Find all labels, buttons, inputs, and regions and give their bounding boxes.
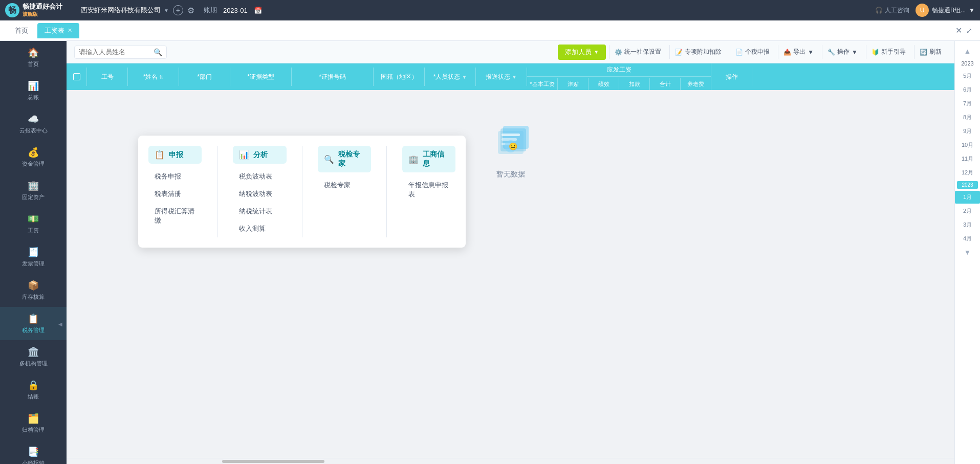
menu-item-income-clear[interactable]: 所得税汇算清缴 <box>148 203 202 229</box>
th-ops-label: 操作 <box>726 73 738 81</box>
menu-item-annual-report[interactable]: 年报信息申报表 <box>402 176 455 203</box>
sidebar-item-cloud[interactable]: ☁️ 云报表中心 <box>0 107 67 141</box>
panel-up-arrow[interactable]: ▲ <box>962 45 973 57</box>
sidebar-item-expense[interactable]: 📑 小畅报销 <box>0 440 67 464</box>
menu-item-tax-burden[interactable]: 税负波动表 <box>233 168 286 185</box>
tab-bar-close-icon[interactable]: ✕ <box>955 26 962 35</box>
add-person-label: 添加人员 <box>565 48 592 57</box>
search-input[interactable] <box>79 48 150 56</box>
help-button[interactable]: 🎧 人工咨询 <box>875 6 909 15</box>
declaration-icon: 📋 <box>155 150 165 160</box>
th-name[interactable]: *姓名 ⇅ <box>128 68 179 86</box>
export-button[interactable]: 📤 导出 ▼ <box>778 45 819 59</box>
svg-rect-4 <box>502 138 517 141</box>
current-year-label: 2023 <box>957 181 978 189</box>
month-10[interactable]: 10月 <box>955 139 980 151</box>
th-pension: 养老费 <box>681 78 711 90</box>
declaration-title: 申报 <box>169 150 183 160</box>
month-12[interactable]: 12月 <box>955 166 980 179</box>
sidebar-item-tax[interactable]: 📋 税务管理 ◀ <box>0 307 67 340</box>
special-icon: 📝 <box>675 49 683 56</box>
month-11[interactable]: 11月 <box>955 152 980 165</box>
tab-payroll[interactable]: 工资表 ✕ <box>37 23 79 38</box>
special-deduction-button[interactable]: 📝 专项附加扣除 <box>669 45 727 59</box>
menu-item-income-forecast[interactable]: 收入测算 <box>233 220 286 237</box>
income-clear-label: 所得税汇算清缴 <box>155 207 194 224</box>
th-status[interactable]: *人员状态 ▼ <box>425 68 476 86</box>
menu-item-tax-check[interactable]: 税检专家 <box>318 176 371 194</box>
sidebar-item-multi-org[interactable]: 🏛️ 多机构管理 <box>0 340 67 373</box>
sidebar-item-invoice[interactable]: 🧾 发票管理 <box>0 240 67 274</box>
logo-text-area: 畅捷通好会计 旗舰版 <box>23 3 62 18</box>
menu-item-tax-stat[interactable]: 纳税统计表 <box>233 203 286 220</box>
th-cert-type[interactable]: *证据类型 <box>230 68 292 86</box>
logo-area: 畅 畅捷通好会计 旗舰版 <box>5 3 72 18</box>
tab-bar-expand-icon[interactable]: ⤢ <box>966 27 972 35</box>
sidebar-item-close[interactable]: 🔒 结账 <box>0 373 67 407</box>
social-label: 统一社保设置 <box>624 48 661 56</box>
guide-button[interactable]: 🔰 新手引导 <box>866 45 911 59</box>
operation-button[interactable]: 🔧 操作 ▼ <box>822 45 863 59</box>
company-select[interactable]: 西安虾米网络科技有限公司 ▼ <box>81 6 169 15</box>
month-4[interactable]: 4月 <box>955 232 980 245</box>
tab-payroll-label: 工资表 <box>45 26 64 35</box>
month-2[interactable]: 2月 <box>955 205 980 217</box>
month-9[interactable]: 9月 <box>955 125 980 138</box>
tab-home[interactable]: 首页 <box>8 23 35 38</box>
scroll-bar[interactable] <box>222 460 324 463</box>
th-report-status[interactable]: 报送状态 ▼ <box>476 68 527 86</box>
month-5[interactable]: 5月 <box>955 70 980 82</box>
month-6[interactable]: 6月 <box>955 83 980 96</box>
annual-report-label: 年报信息申报表 <box>408 181 448 198</box>
sidebar-item-payroll[interactable]: 💵 工资 <box>0 207 67 240</box>
month-8[interactable]: 8月 <box>955 111 980 124</box>
th-region[interactable]: 国籍（地区） <box>374 68 425 86</box>
month-3[interactable]: 3月 <box>955 218 980 231</box>
sidebar-item-inventory[interactable]: 📦 库存核算 <box>0 274 67 307</box>
multi-org-icon: 🏛️ <box>28 346 39 358</box>
panel-down-arrow[interactable]: ▼ <box>962 246 973 258</box>
menu-item-tax-declare[interactable]: 税务申报 <box>148 168 202 185</box>
inventory-icon: 📦 <box>28 280 39 291</box>
analysis-title: 分析 <box>253 150 268 160</box>
menu-item-tax-wave[interactable]: 纳税波动表 <box>233 185 286 203</box>
social-insurance-button[interactable]: ⚙️ 统一社保设置 <box>609 45 666 59</box>
year-label-top: 2023 <box>961 58 973 69</box>
home-icon: 🏠 <box>28 47 39 58</box>
sidebar-item-ledger[interactable]: 📊 总账 <box>0 74 67 107</box>
report-filter-icon[interactable]: ▼ <box>512 74 517 80</box>
tax-report-button[interactable]: 📄 个税申报 <box>730 45 775 59</box>
top-right: 🎧 人工咨询 U 畅捷通B组... ▼ <box>875 4 975 17</box>
filter-icon[interactable]: ▼ <box>462 74 467 80</box>
th-id[interactable]: 工号 <box>87 68 128 86</box>
sidebar-item-assets[interactable]: 🏢 固定资产 <box>0 174 67 207</box>
sidebar-label-tax: 税务管理 <box>22 326 45 334</box>
month-1[interactable]: 1月 <box>955 191 980 204</box>
add-person-button[interactable]: 添加人员 ▼ <box>558 45 606 60</box>
header-checkbox[interactable] <box>73 73 80 80</box>
month-7[interactable]: 7月 <box>955 97 980 110</box>
period-value: 2023-01 <box>223 7 248 14</box>
search-input-wrap[interactable]: 🔍 <box>74 46 167 59</box>
svg-rect-3 <box>502 134 520 136</box>
sidebar-item-archive[interactable]: 🗂️ 归档管理 <box>0 407 67 440</box>
user-area[interactable]: U 畅捷通B组... ▼ <box>916 4 975 17</box>
menu-item-tax-form[interactable]: 税表清册 <box>148 185 202 203</box>
calendar-icon[interactable]: 📅 <box>254 7 262 14</box>
chevron-down-icon[interactable]: ▼ <box>164 8 169 13</box>
refresh-button[interactable]: 🔄 刷新 <box>914 45 947 59</box>
sidebar-item-capital[interactable]: 💰 资金管理 <box>0 141 67 174</box>
svg-text:😐: 😐 <box>509 142 518 151</box>
th-cert-type-label: *证据类型 <box>247 73 274 81</box>
th-dept[interactable]: *部门 <box>179 68 230 86</box>
logo-subtitle: 旗舰版 <box>23 11 62 18</box>
main-area: 🏠 首页 📊 总账 ☁️ 云报表中心 💰 资金管理 🏢 固定资产 💵 工资 🧾 … <box>0 41 980 464</box>
th-check[interactable] <box>67 68 87 86</box>
settings-icon[interactable]: ⚙ <box>187 6 194 15</box>
th-cert-no[interactable]: *证据号码 <box>292 68 374 86</box>
content-area: 🔍 添加人员 ▼ ⚙️ 统一社保设置 📝 专项附加扣除 📄 个税申报 <box>67 41 954 464</box>
business-icon: 🏢 <box>408 154 419 164</box>
sidebar-item-home[interactable]: 🏠 首页 <box>0 41 67 74</box>
add-company-button[interactable]: + <box>173 5 183 15</box>
tab-close-icon[interactable]: ✕ <box>68 27 72 34</box>
